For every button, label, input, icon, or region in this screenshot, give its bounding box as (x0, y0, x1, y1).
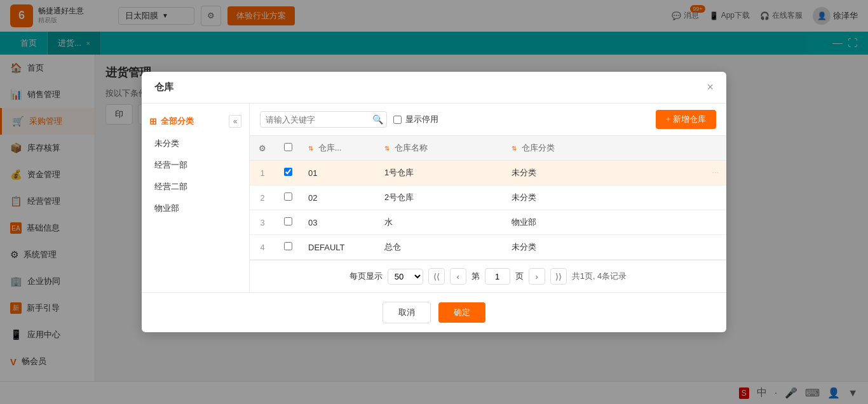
modal-title: 仓库 (154, 81, 173, 93)
category-property-label: 物业部 (154, 203, 179, 213)
row4-name: 总仓 (377, 235, 504, 260)
row4-code: DEFAULT (301, 235, 377, 260)
category-item-operations1[interactable]: 经营一部 (142, 154, 249, 176)
row4-checkbox-cell (275, 235, 301, 260)
sort-code-icon: ⇅ (308, 145, 313, 152)
table-header-row: ⚙ ⇅ 仓库... ⇅ (250, 136, 726, 161)
last-page-button[interactable]: ⟩⟩ (550, 268, 567, 285)
warehouse-modal: 仓库 × ⊞ 全部分类 « 未分类 经营一部 (142, 72, 726, 332)
category-ops1-label: 经营一部 (154, 160, 187, 170)
page-number-input[interactable] (485, 268, 510, 285)
row1-checkbox[interactable] (284, 168, 292, 176)
row1-more[interactable]: ··· (712, 167, 719, 177)
row1-category: 未分类 ··· (504, 161, 726, 185)
sort-name-icon: ⇅ (384, 145, 390, 152)
col-category-label: 仓库分类 (522, 143, 555, 152)
col-code-label: 仓库... (318, 143, 342, 152)
row1-code: 01 (301, 161, 377, 185)
row1-gear: 1 (250, 161, 275, 185)
category-item-property[interactable]: 物业部 (142, 198, 249, 219)
collapse-button[interactable]: « (229, 115, 241, 128)
show-disabled-checkbox[interactable] (393, 116, 402, 124)
modal-footer: 取消 确定 (142, 292, 726, 332)
modal-header: 仓库 × (142, 72, 726, 104)
first-page-button[interactable]: ⟨⟨ (428, 268, 445, 285)
col-gear: ⚙ (250, 136, 275, 161)
row3-code: 03 (301, 210, 377, 235)
col-name-label: 仓库名称 (395, 143, 428, 152)
confirm-button[interactable]: 确定 (438, 302, 485, 323)
col-code[interactable]: ⇅ 仓库... (301, 136, 377, 161)
pagination: 每页显示 50 10 20 100 ⟨⟨ ‹ 第 页 › ⟩⟩ 共1页, 4条记… (250, 260, 726, 292)
table-row[interactable]: 4 DEFAULT 总仓 未分类 (250, 235, 726, 260)
table-row[interactable]: 2 02 2号仓库 未分类 (250, 185, 726, 210)
col-name[interactable]: ⇅ 仓库名称 (377, 136, 504, 161)
row2-checkbox[interactable] (284, 192, 292, 201)
modal-overlay: 仓库 × ⊞ 全部分类 « 未分类 经营一部 (0, 0, 868, 404)
table: ⚙ ⇅ 仓库... ⇅ (250, 136, 726, 260)
content-panel: 🔍 显示停用 + 新增仓库 (250, 104, 726, 292)
search-icon: 🔍 (372, 114, 383, 125)
warehouse-table: ⚙ ⇅ 仓库... ⇅ (250, 136, 726, 260)
row1-name: 1号仓库 (377, 161, 504, 185)
row2-gear: 2 (250, 185, 275, 210)
row3-checkbox[interactable] (284, 217, 292, 226)
row3-checkbox-cell (275, 210, 301, 235)
row2-category: 未分类 (504, 185, 726, 210)
row4-gear: 4 (250, 235, 275, 260)
next-page-button[interactable]: › (529, 268, 545, 285)
row3-category: 物业部 (504, 210, 726, 235)
sort-category-icon: ⇅ (512, 145, 517, 152)
col-checkbox (275, 136, 301, 161)
per-page-select[interactable]: 50 10 20 100 (388, 269, 423, 285)
table-row[interactable]: 3 03 水 物业部 (250, 210, 726, 235)
modal-body: ⊞ 全部分类 « 未分类 经营一部 经营二部 物业部 (142, 104, 726, 292)
category-unclassified-label: 未分类 (154, 138, 179, 148)
row3-gear: 3 (250, 210, 275, 235)
category-panel: ⊞ 全部分类 « 未分类 经营一部 经营二部 物业部 (142, 104, 250, 292)
row4-checkbox[interactable] (284, 242, 292, 250)
toolbar-left: 🔍 显示停用 (260, 111, 438, 128)
gear-col-icon: ⚙ (259, 144, 266, 153)
row2-checkbox-cell (275, 185, 301, 210)
search-input[interactable] (266, 115, 372, 125)
row2-code: 02 (301, 185, 377, 210)
show-disabled-text: 显示停用 (405, 114, 438, 125)
all-category-item[interactable]: ⊞ 全部分类 (149, 116, 194, 127)
cancel-button[interactable]: 取消 (383, 302, 431, 323)
select-all-checkbox[interactable] (284, 143, 292, 151)
row4-category: 未分类 (504, 235, 726, 260)
row1-num: 1 (260, 168, 264, 178)
page-label: 页 (515, 271, 524, 282)
all-category-label: 全部分类 (161, 116, 194, 127)
row3-name: 水 (377, 210, 504, 235)
category-header: ⊞ 全部分类 « (142, 110, 249, 133)
category-ops2-label: 经营二部 (154, 182, 187, 191)
per-page-label: 每页显示 (349, 271, 383, 282)
category-item-unclassified[interactable]: 未分类 (142, 133, 249, 154)
modal-toolbar: 🔍 显示停用 + 新增仓库 (250, 104, 726, 136)
page-word: 第 (471, 271, 480, 282)
table-row[interactable]: 1 01 1号仓库 未分类 ··· (250, 161, 726, 185)
col-category[interactable]: ⇅ 仓库分类 (504, 136, 726, 161)
row1-checkbox-cell (275, 161, 301, 185)
search-box: 🔍 (260, 111, 387, 128)
prev-page-button[interactable]: ‹ (450, 268, 466, 285)
grid-icon: ⊞ (149, 116, 157, 126)
add-warehouse-button[interactable]: + 新增仓库 (656, 110, 716, 129)
total-info: 共1页, 4条记录 (572, 271, 627, 282)
category-item-operations2[interactable]: 经营二部 (142, 176, 249, 198)
row2-name: 2号仓库 (377, 185, 504, 210)
show-disabled-label: 显示停用 (393, 114, 438, 125)
modal-close-button[interactable]: × (707, 81, 714, 94)
